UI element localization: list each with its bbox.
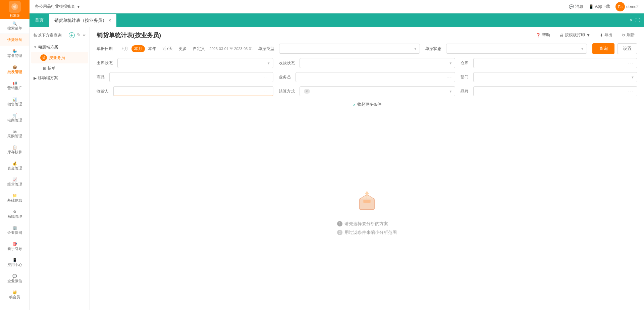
sidebar-item-purchase[interactable]: 🛍 采购管理 xyxy=(0,126,29,142)
right-panel: 销货单统计表(按业务员) ❓ 帮助 🖨 按模板打印 ▼ ⬇ 导出 xyxy=(90,27,644,310)
date-tab-current-year[interactable]: 本年 xyxy=(146,45,159,52)
top-header: 办公用品行业模拟账套 ▼ 💬 消息 📱 App下载 Ea demo2 xyxy=(30,0,644,13)
tree-item-order[interactable]: ⊞ 按单 xyxy=(30,63,90,73)
tab-window-maximize-icon[interactable]: ⛶ xyxy=(635,17,640,23)
help-button[interactable]: ❓ 帮助 xyxy=(533,31,553,39)
help-icon: ❓ xyxy=(536,33,541,38)
breadcrumb-area: 办公用品行业模拟账套 ▼ xyxy=(35,4,80,9)
sidebar-item-inventory[interactable]: 📋 库存核算 xyxy=(0,142,29,158)
sidebar-item-system[interactable]: ⚙ 系统管理 xyxy=(0,206,29,222)
sidebar-item-operations[interactable]: 📈 经营管理 xyxy=(0,174,29,190)
brand-select[interactable]: ··· xyxy=(473,86,637,96)
sidebar-item-finance[interactable]: 💰 资金管理 xyxy=(0,158,29,174)
sales-icon: 📊 xyxy=(0,97,29,102)
warehouse-select[interactable]: ··· xyxy=(473,58,637,68)
export-button[interactable]: ⬇ 导出 xyxy=(597,31,615,39)
header-right: 💬 消息 📱 App下载 Ea demo2 xyxy=(569,2,639,11)
appstore-icon: 📱 xyxy=(0,258,29,262)
edit-scheme-button[interactable]: ✎ xyxy=(77,32,81,38)
order-scheme-icon: ⊞ xyxy=(43,66,46,71)
tab-home[interactable]: 首页 xyxy=(30,13,49,27)
collapse-panel-button[interactable]: « xyxy=(83,32,86,38)
member-icon: 👑 xyxy=(0,290,29,295)
sidebar-item-newbie[interactable]: 🎯 新手引导 xyxy=(0,239,29,255)
content-area: 1 请先选择要分析的方案 2 用过滤条件来缩小分析范围 xyxy=(90,114,644,310)
left-panel: 按以下方案查询 + ✎ « ▼ 电脑端方案 员 按业务员 ⊞ 按单 xyxy=(30,27,90,310)
empty-state: 1 请先选择要分析的方案 2 用过滤条件来缩小分析范围 xyxy=(337,189,397,236)
sidebar-item-basic[interactable]: 📁 基础信息 xyxy=(0,190,29,206)
tab-close-icon[interactable]: × xyxy=(109,18,111,23)
goods-label: 商品 xyxy=(97,74,105,80)
app-download-button[interactable]: 📱 App下载 xyxy=(589,4,610,9)
sidebar-item-sales[interactable]: 📊 销售管理 xyxy=(0,94,29,110)
tab-window-close-icon[interactable]: × xyxy=(630,17,633,23)
filter-area: 单据日期 上月 本月 本年 近7天 更多 自定义 2023-03-01 至 20… xyxy=(90,39,644,114)
collapse-filter-button[interactable]: ∧ 收起更多条件 xyxy=(97,99,637,110)
sidebar-item-retail[interactable]: 🏪 零售管理 xyxy=(0,46,29,62)
date-tab-custom[interactable]: 自定义 xyxy=(190,45,208,52)
system-icon: ⚙ xyxy=(0,210,29,214)
department-select[interactable]: ▼ xyxy=(473,72,637,82)
tree-item-salesman[interactable]: 员 按业务员 xyxy=(31,52,88,63)
out-status-dropdown-icon: ▼ xyxy=(267,61,270,65)
svg-text:畅: 畅 xyxy=(13,5,16,9)
operations-icon: 📈 xyxy=(0,177,29,182)
avatar-text: Ea xyxy=(618,5,623,9)
logo-text: 标准版 xyxy=(10,13,20,18)
add-scheme-button[interactable]: + xyxy=(69,32,75,38)
tree-group-mobile[interactable]: ▶ 移动端方案 xyxy=(30,73,90,83)
setting-button[interactable]: 设置 xyxy=(617,43,637,54)
sidebar-item-ecommerce[interactable]: 🛒 电商管理 xyxy=(0,110,29,126)
finance-icon: 💰 xyxy=(0,161,29,166)
page-title-actions: ❓ 帮助 🖨 按模板打印 ▼ ⬇ 导出 ↻ 刷新 xyxy=(533,31,637,39)
out-status-select[interactable]: ▼ xyxy=(117,58,273,68)
wechat-icon: 💬 xyxy=(0,274,29,278)
message-button[interactable]: 💬 消息 xyxy=(569,4,583,9)
refresh-button[interactable]: ↻ 刷新 xyxy=(619,31,637,39)
tree-group-desktop[interactable]: ▼ 电脑端方案 xyxy=(30,42,90,52)
salesman-select[interactable]: ··· xyxy=(296,72,455,82)
doc-status-select[interactable]: ▼ xyxy=(446,44,587,54)
sidebar-quick-nav[interactable]: 快捷导航 xyxy=(0,34,29,46)
svg-rect-7 xyxy=(366,194,368,196)
warehouse-label: 仓库 xyxy=(461,60,469,66)
doc-type-label: 单据类型 xyxy=(258,46,274,52)
purchase-icon: 🛍 xyxy=(0,130,29,134)
active-tab-label: 销货单统计表（按业务员） xyxy=(54,17,107,23)
receipt-status-select[interactable]: ▼ xyxy=(300,58,455,68)
date-label: 单据日期 xyxy=(97,46,113,52)
date-tab-current-month[interactable]: 本月 xyxy=(131,45,145,52)
sidebar-item-wechat[interactable]: 💬 企业微信 xyxy=(0,271,29,287)
settlement-tag[interactable]: × xyxy=(304,89,310,94)
receiver-input[interactable]: ··· xyxy=(113,86,273,96)
doc-type-dropdown-icon: ▼ xyxy=(414,47,417,51)
receipt-status-label: 收款状态 xyxy=(279,60,295,66)
sidebar-search[interactable]: 🔍 搜索菜单 xyxy=(0,19,29,34)
wholesale-icon: 📦 xyxy=(0,65,29,69)
sidebar-item-wholesale[interactable]: 📦 批发管理 xyxy=(0,62,29,78)
sidebar-item-enterprise[interactable]: 🏢 企业协同 xyxy=(0,222,29,239)
empty-icon xyxy=(354,189,380,215)
tip-item-2: 2 用过滤条件来缩小分析范围 xyxy=(337,229,397,236)
date-tab-prev-month[interactable]: 上月 xyxy=(117,45,131,52)
breadcrumb-text: 办公用品行业模拟账套 xyxy=(35,4,75,9)
print-button[interactable]: 🖨 按模板打印 ▼ xyxy=(557,31,593,39)
doc-type-select[interactable]: ▼ xyxy=(279,44,420,54)
tabs-bar: 首页 销货单统计表（按业务员） × × ⛶ xyxy=(30,13,644,27)
date-tab-7days[interactable]: 近7天 xyxy=(160,45,175,52)
goods-select[interactable]: ··· xyxy=(109,72,273,82)
settlement-select[interactable]: × ▼ xyxy=(300,86,455,96)
avatar: Ea xyxy=(615,2,625,11)
date-tab-more[interactable]: 更多 xyxy=(176,45,190,52)
svg-rect-5 xyxy=(363,200,370,203)
sidebar-item-marketing[interactable]: 📢 营销推广 xyxy=(0,78,29,94)
user-avatar-area[interactable]: Ea demo2 xyxy=(615,2,639,11)
page-title-bar: 销货单统计表(按业务员) ❓ 帮助 🖨 按模板打印 ▼ ⬇ 导出 xyxy=(90,27,644,39)
breadcrumb-dropdown[interactable]: 办公用品行业模拟账套 ▼ xyxy=(35,4,80,9)
page-title: 销货单统计表(按业务员) xyxy=(97,31,161,39)
tab-sales-stat[interactable]: 销货单统计表（按业务员） × xyxy=(49,14,116,27)
date-range-text: 2023-03-01 至 2023-03-31 xyxy=(210,46,253,51)
sidebar-item-member[interactable]: 👑 畅会员 xyxy=(0,287,29,303)
query-button[interactable]: 查询 xyxy=(592,43,614,54)
sidebar-item-appstore[interactable]: 📱 应用中心 xyxy=(0,255,29,271)
